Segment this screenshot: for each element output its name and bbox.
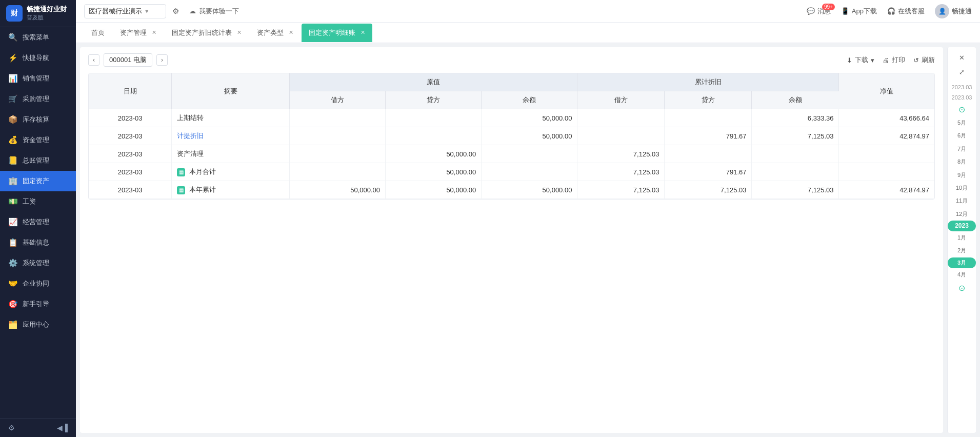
- tab-close-icon[interactable]: ✕: [289, 29, 293, 36]
- settings-icon[interactable]: ⚙: [8, 424, 15, 432]
- logo-subtitle: 普及版: [27, 14, 67, 22]
- cell-acc-balance: 7,125.03: [752, 181, 839, 199]
- sidebar-item-label: 采购管理: [23, 94, 49, 104]
- sidebar-item-operations[interactable]: 📈 经营管理: [0, 212, 76, 232]
- sidebar-item-sales[interactable]: 📊 销售管理: [0, 68, 76, 89]
- sidebar-item-label: 基础信息: [23, 238, 49, 247]
- sidebar-item-newbie[interactable]: 🎯 新手引导: [0, 294, 76, 314]
- sidebar-item-label: 库存核算: [23, 115, 49, 124]
- payroll-icon: 💵: [8, 197, 17, 206]
- sidebar-item-app-center[interactable]: 🗂️ 应用中心: [0, 314, 76, 335]
- table-row: 2023-03 ▦ 本年累计 50,000.00 50,000.00 50,00…: [89, 181, 934, 199]
- tab-asset-detail-label: 固定资产明细账: [309, 28, 355, 37]
- collapse-icon[interactable]: ◀▐: [57, 424, 68, 432]
- cell-summary: 资产清理: [172, 145, 289, 163]
- sidebar-item-label: 新手引导: [23, 300, 49, 309]
- refresh-label: 刷新: [922, 55, 935, 65]
- refresh-button[interactable]: ↺ 刷新: [913, 55, 935, 65]
- asset-navigation: ‹ 000001 电脑 › ⬇ 下载 ▾ 🖨 打印: [88, 53, 935, 67]
- tab-asset-detail[interactable]: 固定资产明细账 ✕: [302, 24, 372, 42]
- cell-orig-balance: 50,000.00: [482, 127, 577, 145]
- tab-close-icon[interactable]: ✕: [152, 29, 156, 36]
- sidebar-item-ledger[interactable]: 📒 总账管理: [0, 150, 76, 171]
- sidebar-item-finance[interactable]: 💰 资金管理: [0, 130, 76, 150]
- timeline-expand-button[interactable]: ⤢: [956, 66, 968, 78]
- timeline-month-7[interactable]: 7月: [948, 143, 976, 155]
- tab-close-icon[interactable]: ✕: [237, 29, 242, 36]
- sidebar-item-label: 销售管理: [23, 74, 49, 83]
- timeline-month-9[interactable]: 9月: [948, 169, 976, 182]
- cell-orig-debit: 50,000.00: [289, 181, 385, 199]
- cell-orig-credit: 50,000.00: [386, 163, 482, 181]
- cell-net-value: [839, 163, 934, 181]
- sidebar-item-label: 系统管理: [23, 259, 49, 268]
- settings-gear-icon[interactable]: ⚙: [172, 7, 179, 16]
- cell-acc-credit: [665, 109, 752, 127]
- print-button[interactable]: 🖨 打印: [883, 55, 905, 65]
- timeline-month-2[interactable]: 2月: [948, 244, 976, 257]
- print-icon: 🖨: [883, 56, 889, 64]
- th-acc-balance: 余额: [752, 91, 839, 109]
- sidebar-item-fixed-assets[interactable]: 🏢 固定资产: [0, 171, 76, 191]
- company-name: 医疗器械行业演示: [89, 7, 142, 16]
- search-icon: 🔍: [8, 33, 17, 42]
- timeline-year-header-1: 2023.03: [952, 82, 972, 92]
- avatar: 👤: [935, 4, 949, 18]
- timeline-month-5[interactable]: 5月: [948, 116, 976, 129]
- sidebar-item-purchase[interactable]: 🛒 采购管理: [0, 89, 76, 109]
- sidebar-item-payroll[interactable]: 💵 工资: [0, 191, 76, 212]
- timeline-arrow-down[interactable]: ⊙: [958, 283, 965, 293]
- tab-asset-type[interactable]: 资产类型 ✕: [250, 24, 301, 42]
- sidebar-item-basic-info[interactable]: 📋 基础信息: [0, 232, 76, 253]
- support-button[interactable]: 🎧 在线客服: [887, 7, 925, 16]
- timeline-month-8[interactable]: 8月: [948, 155, 976, 168]
- sidebar-item-search[interactable]: 🔍 搜索菜单: [0, 27, 76, 48]
- next-asset-button[interactable]: ›: [156, 54, 168, 66]
- cell-acc-credit: 791.67: [665, 127, 752, 145]
- company-selector[interactable]: 医疗器械行业演示 ▾: [84, 4, 166, 18]
- tab-close-icon[interactable]: ✕: [361, 29, 365, 36]
- timeline-month-11[interactable]: 11月: [948, 194, 976, 207]
- cell-date: 2023-03: [89, 163, 172, 181]
- download-button[interactable]: ⬇ 下载 ▾: [847, 55, 874, 65]
- cell-acc-balance: 7,125.03: [752, 127, 839, 145]
- timeline-month-1[interactable]: 1月: [948, 231, 976, 244]
- asset-name: 电脑: [133, 56, 147, 64]
- timeline-year-2023[interactable]: 2023: [948, 221, 976, 231]
- timeline-month-3[interactable]: 3月: [948, 257, 976, 268]
- topbar: 医疗器械行业演示 ▾ ⚙ ☁ 我要体验一下 💬 消息 99+ 📱 App下载 🎧…: [76, 0, 980, 23]
- user-menu[interactable]: 👤 畅捷通: [935, 4, 972, 18]
- experience-button[interactable]: ☁ 我要体验一下: [189, 7, 239, 16]
- table-row: 2023-03 计提折旧 50,000.00 791.67 7,125.03 4…: [89, 127, 934, 145]
- building-icon: 🏢: [8, 176, 17, 186]
- timeline-arrow-up[interactable]: ⊙: [958, 105, 965, 114]
- sidebar-item-label: 资金管理: [23, 135, 49, 145]
- download-label: App下载: [852, 7, 877, 16]
- trend-icon: 📈: [8, 217, 17, 227]
- tab-depreciation-stats[interactable]: 固定资产折旧统计表 ✕: [165, 24, 249, 42]
- app-icon: 🗂️: [8, 320, 17, 329]
- th-accumulated: 累计折旧: [577, 73, 839, 91]
- timeline-month-6[interactable]: 6月: [948, 129, 976, 142]
- timeline-month-10[interactable]: 10月: [948, 182, 976, 194]
- cell-date: 2023-03: [89, 181, 172, 199]
- topbar-right: 💬 消息 99+ 📱 App下载 🎧 在线客服 👤 畅捷通: [807, 4, 972, 18]
- tab-home[interactable]: 首页: [84, 24, 112, 42]
- sidebar-logo: 财 畅捷通好业财 普及版: [0, 0, 76, 27]
- tab-assets[interactable]: 资产管理 ✕: [113, 24, 164, 42]
- timeline-month-4[interactable]: 4月: [948, 268, 976, 281]
- sidebar-item-system[interactable]: ⚙️ 系统管理: [0, 253, 76, 273]
- timeline-close-button[interactable]: ✕: [956, 51, 968, 64]
- sidebar-item-inventory[interactable]: 📦 库存核算: [0, 109, 76, 130]
- cell-orig-balance: [482, 163, 577, 181]
- messages-button[interactable]: 💬 消息 99+: [807, 7, 831, 16]
- prev-asset-button[interactable]: ‹: [88, 54, 99, 66]
- timeline-month-12[interactable]: 12月: [948, 208, 976, 221]
- message-icon: 💬: [807, 7, 815, 15]
- money-icon: 💰: [8, 135, 17, 145]
- app-download-button[interactable]: 📱 App下载: [841, 7, 877, 16]
- sidebar-item-quick-nav[interactable]: ⚡ 快捷导航: [0, 48, 76, 68]
- subtotal-icon: ▦: [177, 186, 185, 194]
- sidebar-item-enterprise[interactable]: 🤝 企业协同: [0, 273, 76, 294]
- toolbar-right: ⬇ 下载 ▾ 🖨 打印 ↺ 刷新: [847, 55, 935, 65]
